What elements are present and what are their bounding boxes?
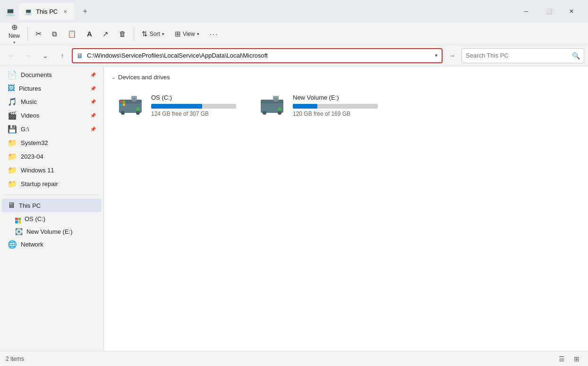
drive-icon-area-e — [259, 94, 287, 116]
minimize-button[interactable]: ─ — [515, 4, 537, 19]
sidebar-item-new-volume-e[interactable]: 💽 New Volume (E:) — [2, 226, 102, 238]
os-c-icon — [15, 214, 21, 223]
drive-info-c: OS (C:) 124 GB free of 307 GB — [151, 94, 238, 117]
drive-card-e[interactable]: New Volume (E:) 120 GB free of 169 GB — [253, 88, 385, 123]
list-view-button[interactable]: ☰ — [556, 353, 567, 365]
sort-icon: ⇅ — [142, 30, 148, 38]
sidebar-label-network: Network — [21, 241, 43, 248]
sidebar-label-new-volume-e: New Volume (E:) — [26, 228, 73, 235]
new-tab-button[interactable]: + — [78, 5, 92, 18]
drive-card-c[interactable]: OS (C:) 124 GB free of 307 GB — [111, 88, 244, 123]
sidebar-item-windows11[interactable]: 📁 Windows 11 — [2, 163, 102, 177]
sidebar-label-videos: Videos — [21, 112, 40, 119]
drive-graphic-e — [259, 94, 285, 115]
sidebar-item-documents[interactable]: 📄 Documents 📌 — [2, 68, 102, 82]
address-go-button[interactable]: → — [444, 48, 460, 63]
svg-point-3 — [121, 111, 125, 115]
sidebar-item-this-pc[interactable]: 🖥 This PC — [2, 199, 102, 212]
window-controls: ─ ⬜ ✕ — [515, 4, 582, 19]
sort-chevron-icon: ▾ — [162, 32, 164, 36]
tab-close-button[interactable]: ✕ — [61, 8, 69, 15]
sidebar-item-pictures[interactable]: 🖼 Pictures 📌 — [2, 82, 102, 95]
status-count: 2 items — [6, 356, 24, 362]
toolbar: ⊕ New ▾ ✂ ⧉ 📋 A ↗ 🗑 ⇅ Sort ▾ ⊞ View ▾ ··… — [0, 23, 588, 45]
drives-grid: OS (C:) 124 GB free of 307 GB — [111, 88, 580, 123]
close-button[interactable]: ✕ — [561, 4, 582, 19]
sidebar-label-g-drive: G:\ — [21, 126, 29, 133]
toolbar-separator-2 — [134, 27, 134, 41]
copy-button[interactable]: ⧉ — [47, 24, 62, 44]
cut-icon: ✂ — [35, 29, 42, 38]
svg-point-4 — [136, 111, 140, 115]
delete-button[interactable]: 🗑 — [114, 24, 131, 44]
tab-icon: 💻 — [25, 8, 32, 15]
main-layout: 📄 Documents 📌 🖼 Pictures 📌 🎵 Music 📌 🎬 V… — [0, 66, 588, 351]
app-icon: 💻 — [6, 7, 15, 16]
more-button[interactable]: ··· — [205, 24, 223, 44]
svg-rect-7 — [120, 103, 122, 106]
svg-rect-8 — [123, 103, 125, 106]
tab-label: This PC — [36, 8, 58, 15]
active-tab[interactable]: 💻 This PC ✕ — [19, 3, 75, 20]
address-bar[interactable]: 🖥 C:\Windows\ServiceProfiles\LocalServic… — [72, 48, 443, 63]
address-row: ← → ⌄ ↑ 🖥 C:\Windows\ServiceProfiles\Loc… — [0, 45, 588, 66]
sidebar-item-system32[interactable]: 📁 System32 — [2, 136, 102, 150]
content-area: ⌄ Devices and drives — [104, 66, 588, 351]
svg-rect-12 — [261, 100, 283, 103]
share-button[interactable]: ↗ — [98, 24, 113, 44]
sidebar: 📄 Documents 📌 🖼 Pictures 📌 🎵 Music 📌 🎬 V… — [0, 66, 104, 351]
view-icon: ⊞ — [175, 30, 181, 38]
drive-space-e: 120 GB free of 169 GB — [293, 111, 380, 117]
search-icon: 🔍 — [572, 52, 580, 60]
sidebar-item-startup-repair[interactable]: 📁 Startup repair — [2, 177, 102, 191]
g-drive-icon: 💾 — [8, 125, 17, 134]
drive-bar-bg-c — [151, 104, 236, 109]
grid-view-button[interactable]: ⊞ — [571, 353, 582, 365]
pictures-icon: 🖼 — [8, 84, 15, 93]
sidebar-spacer2 — [0, 195, 103, 199]
section-chevron-icon[interactable]: ⌄ — [111, 75, 115, 80]
cut-button[interactable]: ✂ — [31, 24, 46, 44]
sidebar-label-documents: Documents — [21, 71, 52, 78]
sidebar-item-music[interactable]: 🎵 Music 📌 — [2, 95, 102, 109]
toolbar-separator-1 — [27, 27, 28, 41]
sidebar-label-this-pc: This PC — [19, 202, 41, 209]
search-input[interactable] — [466, 52, 569, 59]
title-bar: 💻 💻 This PC ✕ + ─ ⬜ ✕ — [0, 0, 588, 23]
rename-button[interactable]: A — [82, 24, 97, 44]
drive-space-c: 124 GB free of 307 GB — [151, 111, 238, 117]
svg-rect-5 — [120, 101, 122, 103]
sidebar-label-windows11: Windows 11 — [21, 167, 54, 174]
sidebar-item-os-c[interactable]: OS (C:) — [2, 212, 102, 226]
address-text: C:\Windows\ServiceProfiles\LocalService\… — [87, 52, 431, 59]
more-icon: ··· — [210, 30, 219, 38]
sidebar-spacer — [0, 191, 103, 195]
maximize-button[interactable]: ⬜ — [538, 4, 560, 19]
sidebar-item-videos[interactable]: 🎬 Videos 📌 — [2, 109, 102, 122]
sidebar-item-network[interactable]: 🌐 Network — [2, 238, 102, 251]
sidebar-label-startup-repair: Startup repair — [21, 180, 58, 187]
sidebar-item-2023-04[interactable]: 📁 2023-04 — [2, 150, 102, 163]
folder-2023-icon: 📁 — [8, 152, 17, 161]
sidebar-label-2023-04: 2023-04 — [21, 153, 43, 160]
svg-point-15 — [278, 111, 281, 115]
svg-rect-10 — [132, 98, 136, 102]
history-button[interactable]: ⌄ — [38, 48, 53, 63]
section-label-devices: Devices and drives — [118, 74, 170, 81]
new-icon: ⊕ — [11, 23, 17, 32]
address-dropdown-icon[interactable]: ▾ — [435, 52, 438, 59]
search-box[interactable]: 🔍 — [461, 48, 584, 63]
back-button[interactable]: ← — [4, 48, 19, 63]
drive-bar-fill-e — [293, 104, 317, 109]
forward-button[interactable]: → — [21, 48, 36, 63]
sidebar-item-g-drive[interactable]: 💾 G:\ 📌 — [2, 122, 102, 136]
paste-button[interactable]: 📋 — [63, 24, 81, 44]
sort-button[interactable]: ⇅ Sort ▾ — [137, 24, 169, 44]
view-button[interactable]: ⊞ View ▾ — [170, 24, 204, 44]
sidebar-label-os-c: OS (C:) — [25, 215, 45, 222]
delete-icon: 🗑 — [119, 30, 126, 38]
up-button[interactable]: ↑ — [55, 48, 70, 63]
new-button[interactable]: ⊕ New ▾ — [4, 24, 25, 44]
status-right: ☰ ⊞ — [556, 353, 582, 365]
sidebar-label-pictures: Pictures — [19, 85, 41, 92]
